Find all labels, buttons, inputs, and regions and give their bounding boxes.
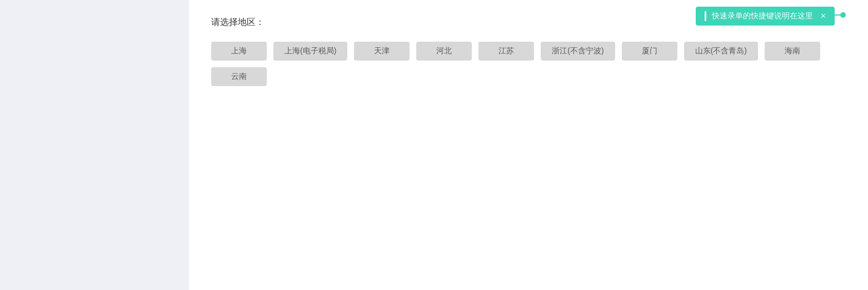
tooltip-text: 快速录单的快捷键说明在这里 [712,11,813,21]
region-button-xiamen[interactable]: 厦门 [622,42,677,61]
tooltip-banner: 快速录单的快捷键说明在这里 × [696,7,835,26]
region-button-hebei[interactable]: 河北 [416,42,472,61]
region-button-shandong[interactable]: 山东(不含青岛) [684,42,758,61]
tooltip-dot [840,12,846,18]
region-button-shanghai[interactable]: 上海 [211,42,267,61]
region-button-hainan[interactable]: 海南 [765,42,820,61]
region-buttons: 上海上海(电子税局)天津河北江苏浙江(不含宁波)厦门山东(不含青岛)海南云南 [211,42,846,86]
sidebar [0,0,189,290]
tooltip-bar [705,11,706,21]
tooltip-close-button[interactable]: × [821,12,826,21]
region-button-shanghai-etax[interactable]: 上海(电子税局) [273,42,347,61]
region-button-zhejiang[interactable]: 浙江(不含宁波) [541,42,615,61]
main-content: 请选择地区： 上海上海(电子税局)天津河北江苏浙江(不含宁波)厦门山东(不含青岛… [189,0,868,290]
region-button-tianjin[interactable]: 天津 [354,42,410,61]
region-button-jiangsu[interactable]: 江苏 [478,42,534,61]
region-button-yunnan[interactable]: 云南 [211,67,267,86]
